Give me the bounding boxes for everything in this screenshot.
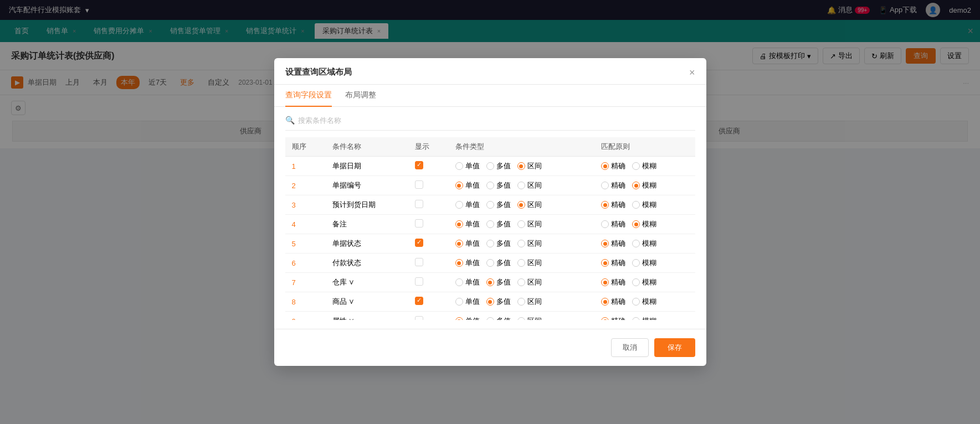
row-display-7 bbox=[408, 292, 449, 312]
match-option-模糊-5[interactable]: 模糊 bbox=[632, 258, 656, 268]
radio-circle-3 bbox=[455, 220, 463, 228]
match-option-模糊-1[interactable]: 模糊 bbox=[632, 180, 656, 190]
match-radio-5 bbox=[632, 259, 640, 267]
radio-circle-1 bbox=[486, 182, 494, 189]
cancel-button[interactable]: 取消 bbox=[611, 338, 649, 357]
row-type-3: 单值多值区间 bbox=[449, 215, 594, 234]
type-option-多值-2[interactable]: 多值 bbox=[486, 200, 511, 210]
checkbox-5[interactable] bbox=[415, 258, 423, 266]
th-order: 顺序 bbox=[285, 137, 326, 157]
radio-circle-5 bbox=[517, 259, 525, 267]
type-option-区间-5[interactable]: 区间 bbox=[517, 258, 542, 268]
checkbox-4[interactable] bbox=[415, 239, 423, 247]
radio-circle-2 bbox=[486, 201, 494, 209]
checkbox-2[interactable] bbox=[415, 200, 423, 208]
type-option-区间-1[interactable]: 区间 bbox=[517, 180, 542, 190]
match-radio-7 bbox=[632, 298, 640, 306]
checkbox-6[interactable] bbox=[415, 277, 423, 286]
match-option-精确-4[interactable]: 精确 bbox=[601, 239, 625, 249]
type-option-单值-0[interactable]: 单值 bbox=[455, 161, 480, 171]
row-type-2: 单值多值区间 bbox=[449, 195, 594, 215]
type-option-多值-7[interactable]: 多值 bbox=[486, 297, 511, 307]
search-input[interactable] bbox=[298, 116, 695, 125]
search-box: 🔍 bbox=[285, 116, 695, 131]
match-option-精确-1[interactable]: 精确 bbox=[601, 180, 625, 190]
type-option-多值-3[interactable]: 多值 bbox=[486, 219, 511, 229]
radio-circle-4 bbox=[517, 240, 525, 247]
dialog-tab-0[interactable]: 查询字段设置 bbox=[285, 85, 332, 107]
type-option-区间-8[interactable]: 区间 bbox=[517, 316, 542, 320]
row-name-0: 单据日期 bbox=[326, 157, 408, 176]
match-option-模糊-4[interactable]: 模糊 bbox=[632, 239, 656, 249]
row-name-7: 商品 ∨ bbox=[326, 292, 408, 312]
type-option-多值-8[interactable]: 多值 bbox=[486, 316, 511, 320]
checkbox-1[interactable] bbox=[415, 180, 423, 189]
match-radio-0 bbox=[632, 162, 640, 170]
row-type-7: 单值多值区间 bbox=[449, 292, 594, 312]
radio-circle-8 bbox=[517, 317, 525, 320]
match-option-模糊-6[interactable]: 模糊 bbox=[632, 277, 656, 287]
match-option-模糊-2[interactable]: 模糊 bbox=[632, 200, 656, 210]
match-option-精确-6[interactable]: 精确 bbox=[601, 277, 625, 287]
dialog-footer: 取消 保存 bbox=[274, 329, 706, 366]
checkbox-0[interactable] bbox=[415, 161, 423, 169]
th-match: 匹配原则 bbox=[594, 137, 695, 157]
modal-overlay: 设置查询区域布局 × 查询字段设置 布局调整 🔍 bbox=[0, 0, 980, 424]
row-order-2: 3 bbox=[292, 201, 296, 209]
type-option-单值-1[interactable]: 单值 bbox=[455, 180, 480, 190]
type-option-多值-6[interactable]: 多值 bbox=[486, 277, 511, 287]
row-match-8: 精确模糊 bbox=[594, 312, 695, 320]
match-option-精确-0[interactable]: 精确 bbox=[601, 161, 625, 171]
th-display: 显示 bbox=[408, 137, 449, 157]
match-option-模糊-3[interactable]: 模糊 bbox=[632, 219, 656, 229]
checkbox-3[interactable] bbox=[415, 219, 423, 227]
type-option-多值-5[interactable]: 多值 bbox=[486, 258, 511, 268]
match-option-模糊-7[interactable]: 模糊 bbox=[632, 297, 656, 307]
row-name-2: 预计到货日期 bbox=[326, 195, 408, 215]
type-option-多值-0[interactable]: 多值 bbox=[486, 161, 511, 171]
type-option-单值-2[interactable]: 单值 bbox=[455, 200, 480, 210]
radio-circle-5 bbox=[486, 259, 494, 267]
radio-circle-8 bbox=[455, 317, 463, 320]
type-option-区间-4[interactable]: 区间 bbox=[517, 239, 542, 249]
match-option-精确-5[interactable]: 精确 bbox=[601, 258, 625, 268]
type-option-单值-4[interactable]: 单值 bbox=[455, 239, 480, 249]
row-display-0 bbox=[408, 157, 449, 176]
row-order-1: 2 bbox=[292, 182, 296, 190]
type-option-单值-6[interactable]: 单值 bbox=[455, 277, 480, 287]
settings-dialog: 设置查询区域布局 × 查询字段设置 布局调整 🔍 bbox=[274, 58, 706, 366]
row-display-4 bbox=[408, 234, 449, 254]
radio-circle-3 bbox=[486, 220, 494, 228]
match-option-精确-2[interactable]: 精确 bbox=[601, 200, 625, 210]
match-option-精确-3[interactable]: 精确 bbox=[601, 219, 625, 229]
type-option-区间-7[interactable]: 区间 bbox=[517, 297, 542, 307]
type-option-单值-5[interactable]: 单值 bbox=[455, 258, 480, 268]
table-row: 1单据日期单值多值区间精确模糊 bbox=[285, 157, 695, 176]
match-radio-7 bbox=[601, 298, 609, 306]
type-option-区间-3[interactable]: 区间 bbox=[517, 219, 542, 229]
match-radio-4 bbox=[632, 240, 640, 247]
dialog-title: 设置查询区域布局 bbox=[285, 67, 352, 77]
checkbox-8[interactable] bbox=[415, 316, 423, 320]
match-radio-8 bbox=[601, 317, 609, 320]
type-option-单值-8[interactable]: 单值 bbox=[455, 316, 480, 320]
match-option-精确-8[interactable]: 精确 bbox=[601, 316, 625, 320]
dialog-close-button[interactable]: × bbox=[689, 68, 695, 77]
type-option-区间-2[interactable]: 区间 bbox=[517, 200, 542, 210]
type-option-单值-3[interactable]: 单值 bbox=[455, 219, 480, 229]
save-button[interactable]: 保存 bbox=[654, 338, 695, 357]
match-option-模糊-8[interactable]: 模糊 bbox=[632, 316, 656, 320]
radio-circle-0 bbox=[455, 162, 463, 170]
dialog-tab-1[interactable]: 布局调整 bbox=[345, 85, 376, 107]
type-option-多值-1[interactable]: 多值 bbox=[486, 180, 511, 190]
type-option-多值-4[interactable]: 多值 bbox=[486, 239, 511, 249]
radio-circle-4 bbox=[455, 240, 463, 247]
type-option-单值-7[interactable]: 单值 bbox=[455, 297, 480, 307]
row-display-3 bbox=[408, 215, 449, 234]
checkbox-7[interactable] bbox=[415, 297, 423, 305]
type-option-区间-0[interactable]: 区间 bbox=[517, 161, 542, 171]
table-row: 3预计到货日期单值多值区间精确模糊 bbox=[285, 195, 695, 215]
match-option-精确-7[interactable]: 精确 bbox=[601, 297, 625, 307]
type-option-区间-6[interactable]: 区间 bbox=[517, 277, 542, 287]
match-option-模糊-0[interactable]: 模糊 bbox=[632, 161, 656, 171]
